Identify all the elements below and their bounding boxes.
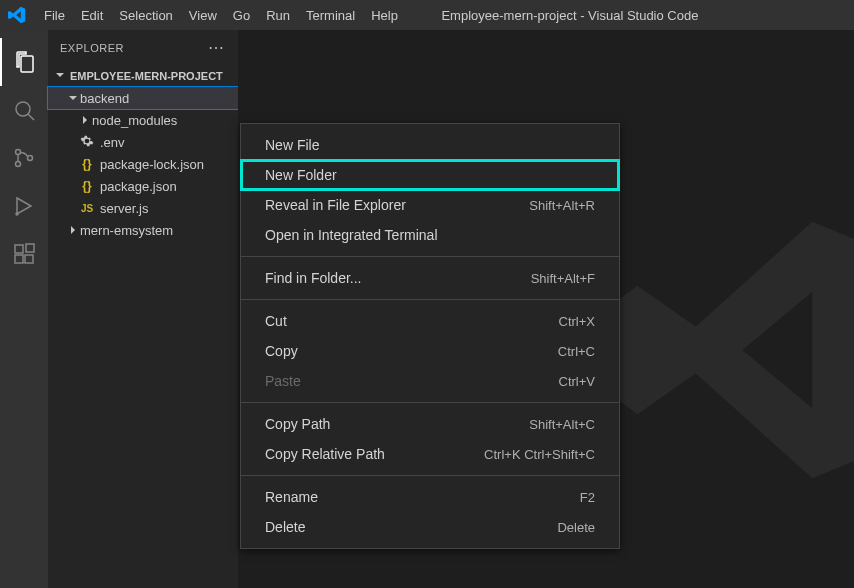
cm-rename[interactable]: Rename F2	[241, 482, 619, 512]
activity-bar	[0, 30, 48, 588]
explorer-sidebar: EXPLORER ⋯ EMPLOYEE-MERN-PROJECT backend…	[48, 30, 238, 588]
chevron-down-icon	[54, 69, 66, 83]
svg-point-2	[16, 150, 21, 155]
context-menu: New File New Folder Reveal in File Explo…	[240, 123, 620, 549]
cm-label: Find in Folder...	[265, 270, 362, 286]
menubar: File Edit Selection View Go Run Terminal…	[0, 0, 854, 30]
cm-shortcut: Delete	[557, 520, 595, 535]
folder-label: mern-emsystem	[80, 223, 173, 238]
folder-node-modules[interactable]: node_modules	[48, 109, 238, 131]
search-icon[interactable]	[0, 86, 48, 134]
cm-copy-rel-path[interactable]: Copy Relative Path Ctrl+K Ctrl+Shift+C	[241, 439, 619, 469]
chevron-down-icon	[66, 92, 80, 104]
menu-go[interactable]: Go	[225, 0, 258, 30]
project-root[interactable]: EMPLOYEE-MERN-PROJECT	[48, 65, 238, 87]
file-label: .env	[100, 135, 125, 150]
more-actions-icon[interactable]: ⋯	[208, 38, 226, 57]
vscode-watermark-icon	[614, 210, 854, 493]
svg-point-3	[16, 162, 21, 167]
file-package-json[interactable]: {} package.json	[48, 175, 238, 197]
file-package-lock[interactable]: {} package-lock.json	[48, 153, 238, 175]
chevron-right-icon	[78, 114, 92, 126]
cm-shortcut: Ctrl+C	[558, 344, 595, 359]
cm-delete[interactable]: Delete Delete	[241, 512, 619, 542]
menu-view[interactable]: View	[181, 0, 225, 30]
explorer-title: EXPLORER	[60, 42, 124, 54]
source-control-icon[interactable]	[0, 134, 48, 182]
cm-find-in-folder[interactable]: Find in Folder... Shift+Alt+F	[241, 263, 619, 293]
cm-separator	[241, 402, 619, 403]
menu-run[interactable]: Run	[258, 0, 298, 30]
svg-rect-7	[15, 255, 23, 263]
cm-copy[interactable]: Copy Ctrl+C	[241, 336, 619, 366]
cm-shortcut: Ctrl+K Ctrl+Shift+C	[484, 447, 595, 462]
menu-terminal[interactable]: Terminal	[298, 0, 363, 30]
cm-label: Copy Path	[265, 416, 330, 432]
cm-shortcut: Ctrl+X	[559, 314, 595, 329]
cm-label: Paste	[265, 373, 301, 389]
cm-copy-path[interactable]: Copy Path Shift+Alt+C	[241, 409, 619, 439]
gear-icon	[78, 134, 96, 151]
json-icon: {}	[78, 157, 96, 171]
svg-rect-6	[15, 245, 23, 253]
folder-backend[interactable]: backend	[48, 87, 238, 109]
file-env[interactable]: .env	[48, 131, 238, 153]
file-label: package-lock.json	[100, 157, 204, 172]
file-server-js[interactable]: JS server.js	[48, 197, 238, 219]
svg-point-4	[28, 156, 33, 161]
cm-label: Cut	[265, 313, 287, 329]
window-title: Employee-mern-project - Visual Studio Co…	[406, 8, 854, 23]
cm-shortcut: Ctrl+V	[559, 374, 595, 389]
cm-cut[interactable]: Cut Ctrl+X	[241, 306, 619, 336]
menu-selection[interactable]: Selection	[111, 0, 180, 30]
folder-mern-emsystem[interactable]: mern-emsystem	[48, 219, 238, 241]
svg-rect-9	[26, 244, 34, 252]
cm-label: New Folder	[265, 167, 337, 183]
cm-paste: Paste Ctrl+V	[241, 366, 619, 396]
explorer-icon[interactable]	[0, 38, 48, 86]
menu-edit[interactable]: Edit	[73, 0, 111, 30]
folder-label: backend	[80, 91, 129, 106]
cm-label: Open in Integrated Terminal	[265, 227, 438, 243]
cm-label: Reveal in File Explorer	[265, 197, 406, 213]
cm-shortcut: Shift+Alt+F	[531, 271, 595, 286]
js-icon: JS	[78, 203, 96, 214]
cm-label: Copy	[265, 343, 298, 359]
svg-rect-8	[25, 255, 33, 263]
explorer-header: EXPLORER ⋯	[48, 30, 238, 65]
run-debug-icon[interactable]	[0, 182, 48, 230]
cm-label: New File	[265, 137, 319, 153]
file-label: package.json	[100, 179, 177, 194]
vscode-logo-icon	[8, 6, 26, 24]
cm-separator	[241, 256, 619, 257]
menu-file[interactable]: File	[36, 0, 73, 30]
extensions-icon[interactable]	[0, 230, 48, 278]
cm-shortcut: F2	[580, 490, 595, 505]
cm-open-terminal[interactable]: Open in Integrated Terminal	[241, 220, 619, 250]
cm-reveal[interactable]: Reveal in File Explorer Shift+Alt+R	[241, 190, 619, 220]
json-icon: {}	[78, 179, 96, 193]
cm-separator	[241, 475, 619, 476]
cm-shortcut: Shift+Alt+C	[529, 417, 595, 432]
menu-help[interactable]: Help	[363, 0, 406, 30]
cm-label: Rename	[265, 489, 318, 505]
svg-line-1	[28, 114, 34, 120]
cm-new-folder[interactable]: New Folder	[241, 160, 619, 190]
chevron-right-icon	[66, 224, 80, 236]
folder-label: node_modules	[92, 113, 177, 128]
cm-separator	[241, 299, 619, 300]
svg-point-0	[16, 102, 30, 116]
cm-label: Copy Relative Path	[265, 446, 385, 462]
project-name: EMPLOYEE-MERN-PROJECT	[70, 70, 223, 82]
cm-label: Delete	[265, 519, 305, 535]
file-label: server.js	[100, 201, 148, 216]
cm-shortcut: Shift+Alt+R	[529, 198, 595, 213]
cm-new-file[interactable]: New File	[241, 130, 619, 160]
